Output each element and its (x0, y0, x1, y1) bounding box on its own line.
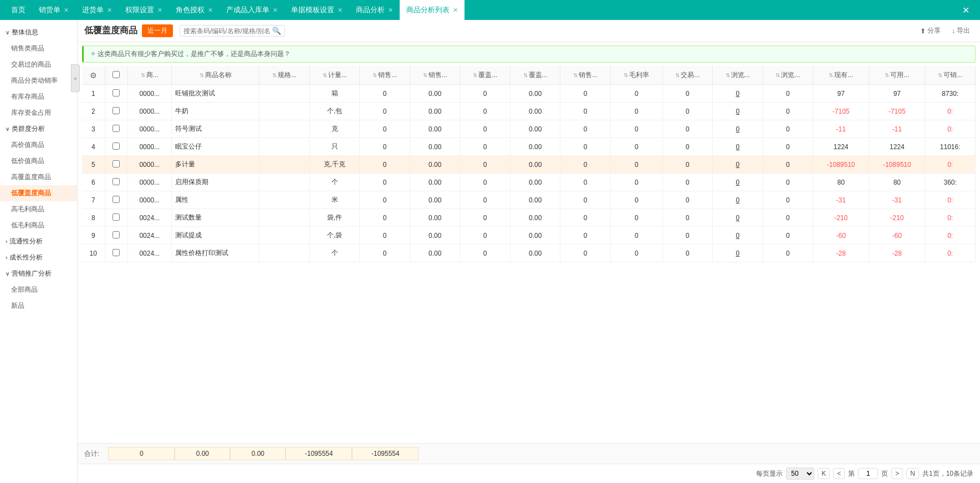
sidebar-item-low-value[interactable]: 低价值商品 (0, 153, 77, 169)
nav-item-purchase[interactable]: 进货单 ✕ (75, 0, 119, 20)
select-all-checkbox[interactable] (113, 71, 120, 78)
search-icon[interactable]: 🔍 (272, 27, 281, 35)
close-icon[interactable]: ✕ (453, 7, 458, 14)
sidebar-item-high-value[interactable]: 高价值商品 (0, 137, 77, 153)
close-icon[interactable]: ✕ (64, 7, 69, 14)
col-trade[interactable]: ⇅交易... (662, 66, 713, 85)
last-page-button[interactable]: N (906, 468, 919, 479)
col-spec[interactable]: ⇅规格... (259, 66, 310, 85)
col-saleable[interactable]: ⇅可销... (925, 66, 976, 85)
close-icon[interactable]: ✕ (157, 7, 162, 14)
row-select-checkbox[interactable] (113, 89, 120, 96)
row-browse1[interactable]: 0 (713, 227, 763, 245)
col-settings[interactable]: ⚙ (82, 66, 105, 85)
col-current-stock[interactable]: ⇅现有... (813, 66, 869, 85)
window-close-button[interactable]: ✕ (956, 0, 976, 20)
sidebar-item-stock-capital[interactable]: 库存资金占用 (0, 105, 77, 121)
row-browse1[interactable]: 0 (713, 156, 763, 174)
close-icon[interactable]: ✕ (388, 7, 393, 14)
sidebar-item-high-margin[interactable]: 高毛利商品 (0, 201, 77, 217)
row-select-checkbox[interactable] (113, 160, 120, 167)
prev-page-button[interactable]: < (833, 468, 845, 479)
col-checkbox[interactable] (105, 66, 127, 85)
nav-item-home[interactable]: 首页 (4, 0, 32, 20)
filter-recent-month-button[interactable]: 近一月 (142, 24, 173, 37)
sidebar-item-new-products[interactable]: 新品 (0, 298, 77, 314)
row-browse1[interactable]: 0 (713, 120, 763, 138)
row-checkbox[interactable] (105, 191, 127, 209)
sidebar-section-marketing[interactable]: ∨ 营销推广分析 (0, 266, 77, 282)
close-icon[interactable]: ✕ (208, 7, 213, 14)
col-gross-margin[interactable]: ⇅毛利率 (610, 66, 662, 85)
row-select-checkbox[interactable] (113, 143, 120, 150)
export-button[interactable]: ↓ 导出 (948, 25, 973, 37)
row-select-checkbox[interactable] (113, 196, 120, 203)
col-cover1[interactable]: ⇅覆盖... (460, 66, 511, 85)
nav-item-template-settings[interactable]: 单据模板设置 ✕ (284, 0, 349, 20)
sidebar-item-traded-products[interactable]: 交易过的商品 (0, 57, 77, 73)
row-select-checkbox[interactable] (113, 107, 120, 114)
next-page-button[interactable]: > (891, 468, 903, 479)
page-number-input[interactable] (858, 468, 878, 479)
sidebar-section-cluster[interactable]: ∨ 类群度分析 (0, 121, 77, 137)
sidebar-section-overall[interactable]: ∨ 整体信息 (0, 24, 77, 40)
row-browse1[interactable]: 0 (713, 174, 763, 191)
nav-item-roles[interactable]: 角色授权 ✕ (169, 0, 220, 20)
row-checkbox[interactable] (105, 85, 127, 103)
row-checkbox[interactable] (105, 245, 127, 262)
col-name[interactable]: ⇅商品名称 (171, 66, 259, 85)
close-icon[interactable]: ✕ (338, 7, 343, 14)
row-browse1[interactable]: 0 (713, 138, 763, 156)
col-sale3[interactable]: ⇅销售... (560, 66, 611, 85)
col-browse2[interactable]: ⇅浏览... (763, 66, 813, 85)
row-checkbox[interactable] (105, 120, 127, 138)
col-unit[interactable]: ⇅计量... (309, 66, 360, 85)
row-checkbox[interactable] (105, 103, 127, 120)
row-browse1[interactable]: 0 (713, 245, 763, 262)
nav-item-permissions[interactable]: 权限设置 ✕ (119, 0, 169, 20)
row-checkbox[interactable] (105, 227, 127, 245)
row-browse1[interactable]: 0 (713, 85, 763, 103)
first-page-button[interactable]: K (818, 468, 830, 479)
row-select-checkbox[interactable] (113, 249, 120, 256)
nav-item-sales[interactable]: 销货单 ✕ (32, 0, 75, 20)
nav-item-product-analysis-list[interactable]: 商品分析列表 ✕ (400, 0, 465, 20)
row-select-checkbox[interactable] (113, 125, 120, 132)
close-icon[interactable]: ✕ (107, 7, 112, 14)
settings-icon[interactable]: ⚙ (90, 71, 97, 80)
row-browse1[interactable]: 0 (713, 209, 763, 227)
sidebar-item-in-stock-products[interactable]: 有库存商品 (0, 89, 77, 105)
row-checkbox[interactable] (105, 209, 127, 227)
row-select-checkbox[interactable] (113, 178, 120, 185)
col-sale-count[interactable]: ⇅销售... (360, 66, 410, 85)
row-spec (259, 103, 310, 120)
sidebar-section-growth[interactable]: › 成长性分析 (0, 250, 77, 266)
row-checkbox[interactable] (105, 138, 127, 156)
close-icon[interactable]: ✕ (273, 7, 278, 14)
share-button[interactable]: ⬆ 分享 (917, 25, 944, 37)
table-wrapper[interactable]: ⚙ ⇅商... ⇅商品名称 ⇅规格... ⇅计量... ⇅销售... ⇅销售..… (78, 66, 980, 443)
sidebar-item-low-margin[interactable]: 低毛利商品 (0, 217, 77, 233)
row-select-checkbox[interactable] (113, 231, 120, 238)
sidebar-item-category-sales-rate[interactable]: 商品分类动销率 (0, 73, 77, 89)
nav-item-finished-goods[interactable]: 产成品入库单 ✕ (220, 0, 284, 20)
sidebar-item-high-coverage[interactable]: 高覆盖度商品 (0, 169, 77, 185)
row-browse1[interactable]: 0 (713, 191, 763, 209)
col-code[interactable]: ⇅商... (127, 66, 171, 85)
sidebar-item-all-products[interactable]: 全部商品 (0, 282, 77, 298)
page-size-select[interactable]: 50 100 200 (786, 467, 814, 480)
row-checkbox[interactable] (105, 174, 127, 191)
sidebar-collapse-button[interactable]: « (71, 64, 80, 92)
row-select-checkbox[interactable] (113, 213, 120, 221)
col-browse1[interactable]: ⇅浏览... (713, 66, 763, 85)
row-browse1[interactable]: 0 (713, 103, 763, 120)
search-input[interactable] (183, 27, 272, 35)
col-cover2[interactable]: ⇅覆盖... (510, 66, 560, 85)
col-sale-amount[interactable]: ⇅销售... (410, 66, 460, 85)
sidebar-item-sales-products[interactable]: 销售类商品 (0, 40, 77, 57)
sidebar-section-circulation[interactable]: › 流通性分析 (0, 233, 77, 250)
sidebar-item-low-coverage[interactable]: 低覆盖度商品 (0, 185, 77, 201)
col-usable-stock[interactable]: ⇅可用... (869, 66, 925, 85)
nav-item-product-analysis[interactable]: 商品分析 ✕ (349, 0, 400, 20)
row-checkbox[interactable] (105, 156, 127, 174)
